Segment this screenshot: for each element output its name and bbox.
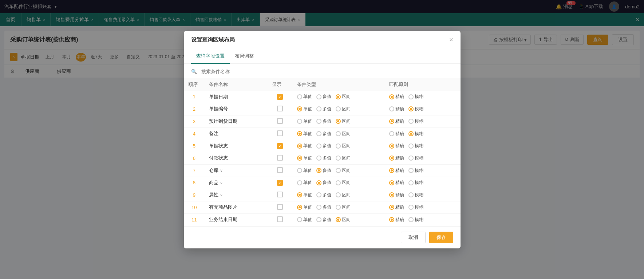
type-multi[interactable]: 多值 <box>316 118 331 125</box>
match-fuzzy[interactable]: 模糊 <box>408 106 423 112</box>
radio-precise-circle <box>389 94 394 99</box>
type-multi[interactable]: 多值 <box>316 217 331 223</box>
match-precise[interactable]: 精确 <box>389 94 404 100</box>
type-single[interactable]: 单值 <box>297 118 312 125</box>
type-radio-group: 单值 多值 区间 <box>297 168 380 174</box>
type-multi[interactable]: 多值 <box>316 94 331 100</box>
type-multi[interactable]: 多值 <box>316 106 331 112</box>
radio-multi-circle <box>316 156 321 161</box>
show-checkbox[interactable] <box>277 180 283 186</box>
type-single[interactable]: 单值 <box>297 217 312 223</box>
type-range[interactable]: 区间 <box>336 217 351 223</box>
type-range[interactable]: 区间 <box>336 143 351 149</box>
type-range[interactable]: 区间 <box>336 155 351 161</box>
show-checkbox[interactable] <box>277 130 283 136</box>
show-checkbox[interactable] <box>277 192 283 197</box>
radio-precise-circle <box>389 192 394 197</box>
type-single[interactable]: 单值 <box>297 168 312 174</box>
type-single[interactable]: 单值 <box>297 192 312 198</box>
type-single[interactable]: 单值 <box>297 204 312 211</box>
match-precise[interactable]: 精确 <box>389 217 404 223</box>
type-range[interactable]: 区间 <box>336 118 351 125</box>
row-show[interactable] <box>268 189 293 201</box>
row-show[interactable] <box>268 91 293 103</box>
show-checkbox[interactable] <box>277 204 283 210</box>
type-multi[interactable]: 多值 <box>316 168 331 174</box>
show-checkbox[interactable] <box>277 155 283 161</box>
radio-range-circle <box>336 131 341 136</box>
show-checkbox[interactable] <box>277 216 283 222</box>
match-fuzzy[interactable]: 模糊 <box>408 131 423 137</box>
type-multi[interactable]: 多值 <box>316 131 331 137</box>
row-order: 7 <box>184 164 205 177</box>
match-precise[interactable]: 精确 <box>389 192 404 198</box>
save-button[interactable]: 保存 <box>429 232 453 243</box>
modal-overlay: 设置查询区域布局 × 查询字段设置 布局调整 🔍 <box>0 0 644 279</box>
type-range[interactable]: 区间 <box>336 106 351 112</box>
match-fuzzy[interactable]: 模糊 <box>408 118 423 125</box>
match-fuzzy[interactable]: 模糊 <box>408 217 423 223</box>
match-precise[interactable]: 精确 <box>389 204 404 211</box>
match-radio-group: 精确 模糊 <box>389 118 456 125</box>
type-multi[interactable]: 多值 <box>316 143 331 149</box>
row-show[interactable] <box>268 103 293 115</box>
type-multi[interactable]: 多值 <box>316 204 331 211</box>
show-checkbox[interactable] <box>277 143 283 149</box>
type-single[interactable]: 单值 <box>297 94 312 100</box>
match-fuzzy[interactable]: 模糊 <box>408 143 423 149</box>
row-show[interactable] <box>268 140 293 152</box>
type-range[interactable]: 区间 <box>336 204 351 211</box>
match-radio-group: 精确 模糊 <box>389 155 456 161</box>
row-order: 3 <box>184 115 205 127</box>
row-show[interactable] <box>268 115 293 127</box>
type-single[interactable]: 单值 <box>297 106 312 112</box>
type-range[interactable]: 区间 <box>336 192 351 198</box>
row-show[interactable] <box>268 177 293 189</box>
row-show[interactable] <box>268 164 293 177</box>
modal-search-input[interactable] <box>198 67 271 76</box>
match-precise[interactable]: 精确 <box>389 143 404 149</box>
match-precise[interactable]: 精确 <box>389 168 404 174</box>
type-single[interactable]: 单值 <box>297 180 312 186</box>
radio-range-circle <box>336 205 341 210</box>
match-precise[interactable]: 精确 <box>389 106 404 112</box>
row-name: 仓库 ∨ <box>205 164 268 177</box>
show-checkbox[interactable] <box>277 106 283 111</box>
type-multi[interactable]: 多值 <box>316 180 331 186</box>
match-fuzzy[interactable]: 模糊 <box>408 180 423 186</box>
type-single[interactable]: 单值 <box>297 155 312 161</box>
modal-close-button[interactable]: × <box>449 36 453 44</box>
match-precise[interactable]: 精确 <box>389 155 404 161</box>
cancel-button[interactable]: 取消 <box>401 232 426 243</box>
type-multi[interactable]: 多值 <box>316 155 331 161</box>
match-fuzzy[interactable]: 模糊 <box>408 168 423 174</box>
modal-tab-layout[interactable]: 布局调整 <box>230 49 259 64</box>
match-fuzzy[interactable]: 模糊 <box>408 204 423 211</box>
type-range[interactable]: 区间 <box>336 131 351 137</box>
match-precise[interactable]: 精确 <box>389 180 404 186</box>
show-checkbox[interactable] <box>277 94 283 100</box>
type-radio-group: 单值 多值 区间 <box>297 217 380 223</box>
type-range[interactable]: 区间 <box>336 94 351 100</box>
show-checkbox[interactable] <box>277 167 283 173</box>
row-name: 有无商品图片 <box>205 201 268 213</box>
match-fuzzy[interactable]: 模糊 <box>408 192 423 198</box>
modal-tab-query-fields[interactable]: 查询字段设置 <box>191 49 230 64</box>
match-fuzzy[interactable]: 模糊 <box>408 94 423 100</box>
type-range[interactable]: 区间 <box>336 180 351 186</box>
row-show[interactable] <box>268 201 293 213</box>
show-checkbox[interactable] <box>277 118 283 124</box>
type-single[interactable]: 单值 <box>297 143 312 149</box>
row-show[interactable] <box>268 152 293 164</box>
match-fuzzy[interactable]: 模糊 <box>408 155 423 161</box>
type-multi[interactable]: 多值 <box>316 192 331 198</box>
type-range[interactable]: 区间 <box>336 168 351 174</box>
match-precise[interactable]: 精确 <box>389 131 404 137</box>
match-precise[interactable]: 精确 <box>389 118 404 125</box>
row-show[interactable] <box>268 127 293 140</box>
th-show: 显示 <box>268 78 293 91</box>
type-single[interactable]: 单值 <box>297 131 312 137</box>
table-row: 9 属性 ∨ 单值 多值 区间 <box>184 189 461 201</box>
row-show[interactable] <box>268 213 293 226</box>
table-row: 4 备注 单值 多值 区间 <box>184 127 461 140</box>
